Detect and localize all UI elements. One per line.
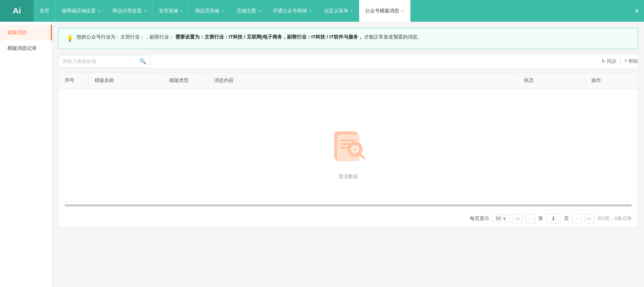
nav-tab-开通公众号商城[interactable]: 开通公众号商城 × (267, 0, 318, 22)
tab-close-icon[interactable]: × (351, 9, 353, 13)
logo: Ai (0, 0, 34, 22)
sidebar-item-模版消息记录[interactable]: 模版消息记录 (0, 40, 52, 56)
col-index: 序号 (59, 73, 89, 88)
help-button[interactable]: ? 帮助 (624, 58, 638, 65)
sidebar: 模版消息模版消息记录 (0, 22, 52, 287)
tab-close-icon[interactable]: × (181, 9, 183, 13)
sync-label: 同步 (607, 58, 617, 65)
page-prefix: 第 (538, 215, 543, 222)
chevron-down-icon: ∨ (503, 216, 506, 221)
help-icon: ? (624, 58, 627, 64)
col-status: 状态 (518, 73, 585, 88)
search-icon[interactable]: 🔍 (139, 58, 147, 65)
page-unit: 页 (564, 215, 569, 222)
data-table: 序号 模版名称 模版类型 消息内容 状态 操作 (58, 72, 638, 228)
svg-line-9 (360, 154, 364, 158)
next-page-button[interactable]: › (572, 214, 582, 223)
nav-tab-店铺主题[interactable]: 店铺主题 × (231, 0, 267, 22)
sidebar-item-模版消息[interactable]: 模版消息 (0, 25, 52, 40)
page-size-label: 每页显示 (470, 215, 489, 222)
info-banner-text: 您的公众号行业为：主营行业：，副营行业： 需要设置为：主营行业：IT科技 / 互… (77, 33, 422, 41)
nav-tab-自定义菜单[interactable]: 自定义菜单 × (318, 0, 359, 22)
col-type: 模版类型 (163, 73, 208, 88)
col-name: 模版名称 (89, 73, 163, 88)
nav-tab-微商城店铺设置[interactable]: 微商城店铺设置 × (56, 0, 107, 22)
search-actions: ↻ 同步 | ? 帮助 (601, 58, 638, 65)
tab-close-icon[interactable]: × (144, 9, 146, 13)
tab-close-icon[interactable]: × (222, 9, 224, 13)
last-page-button[interactable]: ⏭ (585, 214, 594, 223)
content-area: 💡 您的公众号行业为：主营行业：，副营行业： 需要设置为：主营行业：IT科技 /… (52, 22, 644, 287)
main-layout: 模版消息模版消息记录 💡 您的公众号行业为：主营行业：，副营行业： 需要设置为：… (0, 22, 644, 287)
page-size-select[interactable]: 50 ∨ (492, 214, 509, 222)
close-all-button[interactable]: ✕ (629, 0, 644, 22)
empty-text: 暂无数据 (339, 173, 358, 180)
top-nav-bar: Ai 首页微商城店铺设置 ×商品分类设置 ×首页装修 ×商品页装修 ×店铺主题 … (0, 0, 644, 22)
scrollbar-thumb[interactable] (65, 204, 632, 207)
search-input-wrap[interactable]: 🔍 (58, 55, 151, 68)
first-page-button[interactable]: ⏮ (513, 214, 523, 223)
pagination: 每页显示 50 ∨ ⏮ ‹ 第 页 › ⏭ 共0页，0条记录 (59, 210, 638, 227)
nav-tab-商品分类设置[interactable]: 商品分类设置 × (107, 0, 152, 22)
col-actions: 操作 (585, 73, 638, 88)
sync-button[interactable]: ↻ 同步 (601, 58, 617, 65)
nav-tab-首页[interactable]: 首页 (34, 0, 56, 22)
svg-point-8 (351, 145, 360, 154)
nav-tab-商品页装修[interactable]: 商品页装修 × (189, 0, 230, 22)
bulb-icon: 💡 (66, 34, 74, 43)
sync-icon: ↻ (601, 58, 606, 64)
table-header: 序号 模版名称 模版类型 消息内容 状态 操作 (59, 73, 638, 89)
search-input[interactable] (62, 58, 137, 64)
search-bar: 🔍 ↻ 同步 | ? 帮助 (58, 55, 638, 68)
info-banner: 💡 您的公众号行业为：主营行业：，副营行业： 需要设置为：主营行业：IT科技 /… (58, 28, 638, 49)
empty-state: 暂无数据 (59, 89, 638, 201)
tab-close-icon[interactable]: × (258, 9, 261, 13)
tab-close-icon[interactable]: × (309, 9, 311, 13)
logo-text: Ai (13, 6, 21, 16)
page-size-value: 50 (496, 216, 501, 221)
nav-tab-公众号模版消息[interactable]: 公众号模版消息 × (359, 0, 410, 22)
scrollbar-track[interactable] (65, 204, 632, 207)
total-label: 共0页，0条记录 (597, 215, 632, 222)
tab-close-icon[interactable]: × (98, 9, 100, 13)
divider: | (620, 58, 621, 64)
nav-tab-首页装修[interactable]: 首页装修 × (153, 0, 189, 22)
help-label: 帮助 (628, 58, 638, 65)
nav-tabs: 首页微商城店铺设置 ×商品分类设置 ×首页装修 ×商品页装修 ×店铺主题 ×开通… (34, 0, 629, 22)
col-content: 消息内容 (208, 73, 518, 88)
horizontal-scrollbar[interactable] (59, 201, 638, 210)
page-number-input[interactable] (546, 214, 561, 223)
empty-icon (326, 121, 371, 166)
tab-close-icon[interactable]: × (401, 9, 404, 13)
prev-page-button[interactable]: ‹ (526, 214, 535, 223)
